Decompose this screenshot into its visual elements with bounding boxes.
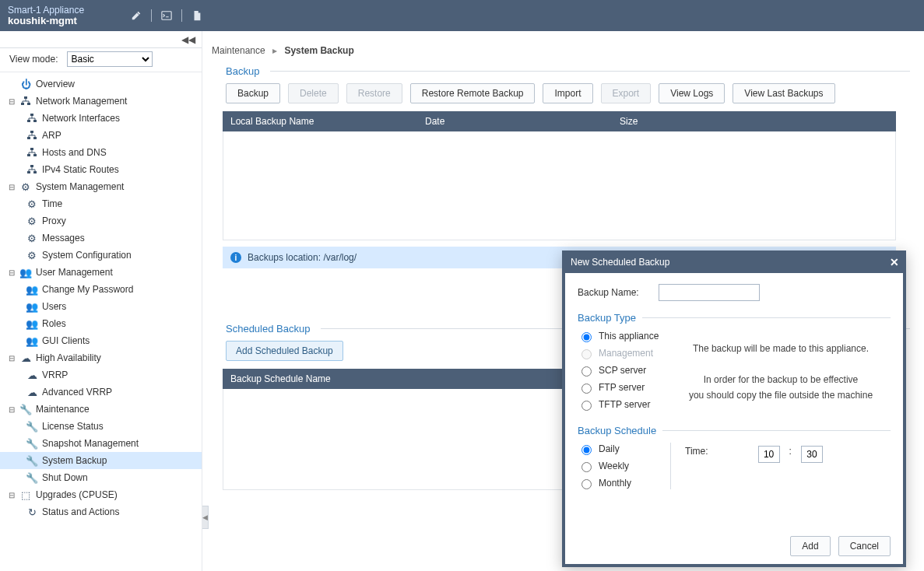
sidebar-collapse[interactable]: ◀◀ [0, 31, 202, 48]
app-title: Smart-1 Appliance [8, 5, 84, 16]
terminal-icon[interactable] [161, 10, 172, 21]
radio-ftp[interactable]: FTP server [578, 381, 671, 394]
dialog-add-button[interactable]: Add [790, 536, 830, 556]
wrench-icon: 🔧 [20, 404, 31, 415]
radio-daily[interactable]: Daily [578, 443, 662, 455]
gear-icon: ⚙ [26, 215, 37, 226]
wrench-icon: 🔧 [26, 455, 37, 466]
nav-advanced-vrrp[interactable]: ☁Advanced VRRP [0, 384, 202, 401]
collapse-icon: ⊟ [8, 354, 16, 363]
info-text: Backups location: /var/log/ [248, 252, 357, 263]
dialog-cancel-button[interactable]: Cancel [838, 536, 891, 556]
edit-icon[interactable] [131, 10, 142, 21]
section-backup-title: Backup [226, 65, 910, 77]
nav-messages[interactable]: ⚙Messages [0, 229, 202, 247]
delete-button: Delete [288, 83, 339, 103]
backup-table-header: Local Backup Name Date Size [223, 111, 896, 131]
nav-ipv4-routes[interactable]: IPv4 Static Routes [0, 161, 202, 178]
users-icon: 👥 [26, 318, 37, 329]
nav-gui-clients[interactable]: 👥GUI Clients [0, 332, 202, 349]
users-icon: 👥 [26, 284, 37, 295]
nav-license-status[interactable]: 🔧License Status [0, 418, 202, 435]
backup-name-label: Backup Name: [578, 287, 648, 298]
nav-arp[interactable]: ARP [0, 127, 202, 144]
backup-table-body[interactable] [223, 131, 896, 240]
col-size: Size [612, 116, 896, 127]
nav-status-actions[interactable]: ↻Status and Actions [0, 503, 202, 520]
package-icon: ⬚ [20, 489, 31, 500]
viewmode-select[interactable]: Basic [67, 51, 153, 67]
time-minute-input[interactable] [801, 446, 823, 463]
svg-rect-2 [21, 103, 24, 105]
svg-rect-5 [27, 120, 30, 122]
document-icon[interactable] [191, 10, 202, 21]
nav-vrrp[interactable]: ☁VRRP [0, 366, 202, 384]
network-icon [26, 164, 37, 175]
network-icon [20, 96, 31, 107]
nav-user-management[interactable]: ⊟ 👥 User Management [0, 264, 202, 281]
radio-weekly[interactable]: Weekly [578, 460, 662, 472]
collapse-icon: ⊟ [8, 491, 16, 499]
nav-system-configuration[interactable]: ⚙System Configuration [0, 247, 202, 264]
nav-system-management[interactable]: ⊟ ⚙ System Management [0, 178, 202, 195]
backup-button[interactable]: Backup [226, 83, 280, 103]
nav-proxy[interactable]: ⚙Proxy [0, 212, 202, 229]
view-logs-button[interactable]: View Logs [659, 83, 725, 103]
nav-overview[interactable]: ⏻ Overview [0, 75, 202, 93]
host-name: koushik-mgmt [8, 16, 84, 26]
backup-schedule-title: Backup Schedule [578, 425, 891, 436]
gear-icon: ⚙ [26, 198, 37, 209]
svg-rect-7 [30, 131, 33, 133]
nav-snapshot-management[interactable]: 🔧Snapshot Management [0, 435, 202, 452]
breadcrumb-current: System Backup [284, 45, 353, 56]
collapse-icon: ⊟ [8, 97, 16, 106]
svg-rect-10 [30, 148, 33, 150]
nav-hosts-dns[interactable]: Hosts and DNS [0, 144, 202, 161]
wrench-icon: 🔧 [26, 472, 37, 483]
collapse-icon: ⊟ [8, 268, 16, 277]
svg-rect-15 [33, 171, 37, 173]
import-button[interactable]: Import [543, 83, 592, 103]
add-scheduled-backup-button[interactable]: Add Scheduled Backup [226, 341, 343, 361]
network-icon [26, 113, 37, 124]
nav-network-interfaces[interactable]: Network Interfaces [0, 110, 202, 127]
nav-roles[interactable]: 👥Roles [0, 315, 202, 332]
radio-scp[interactable]: SCP server [578, 364, 671, 377]
backup-type-title: Backup Type [578, 312, 891, 324]
radio-tftp[interactable]: TFTP server [578, 398, 671, 411]
nav-high-availability[interactable]: ⊟ ☁ High Availability [0, 349, 202, 366]
nav-upgrades[interactable]: ⊟ ⬚ Upgrades (CPUSE) [0, 486, 202, 503]
users-icon: 👥 [20, 267, 31, 278]
svg-rect-9 [33, 137, 37, 139]
nav-time[interactable]: ⚙Time [0, 195, 202, 212]
restore-remote-button[interactable]: Restore Remote Backup [410, 83, 536, 103]
viewmode-label: View mode: [9, 54, 58, 65]
users-icon: 👥 [26, 301, 37, 312]
users-icon: 👥 [26, 335, 37, 346]
cloud-icon: ☁ [20, 352, 31, 363]
nav-shut-down[interactable]: 🔧Shut Down [0, 469, 202, 486]
time-colon: : [789, 446, 792, 457]
time-hour-input[interactable] [758, 446, 780, 463]
cloud-icon: ☁ [26, 387, 37, 398]
nav-users[interactable]: 👥Users [0, 298, 202, 315]
radio-this-appliance[interactable]: This appliance [578, 330, 671, 342]
nav-system-backup[interactable]: 🔧System Backup [0, 452, 202, 469]
restore-button: Restore [346, 83, 402, 103]
view-last-backups-button[interactable]: View Last Backups [733, 83, 834, 103]
breadcrumb-parent[interactable]: Maintenance [212, 45, 265, 56]
svg-rect-8 [27, 137, 30, 139]
dialog-close-button[interactable]: ✕ [890, 256, 899, 268]
gear-icon: ⚙ [20, 181, 31, 192]
wrench-icon: 🔧 [26, 421, 37, 432]
backup-name-input[interactable] [659, 284, 760, 301]
top-bar: Smart-1 Appliance koushik-mgmt [0, 0, 924, 31]
nav-network-management[interactable]: ⊟ Network Management [0, 93, 202, 110]
nav-maintenance[interactable]: ⊟ 🔧 Maintenance [0, 401, 202, 418]
gear-icon: ⚙ [26, 233, 37, 243]
radio-monthly[interactable]: Monthly [578, 477, 662, 489]
dialog-title: New Scheduled Backup [571, 257, 669, 268]
collapse-icon: ⊟ [8, 183, 16, 191]
nav-change-password[interactable]: 👥Change My Password [0, 281, 202, 298]
time-label: Time: [685, 446, 708, 457]
